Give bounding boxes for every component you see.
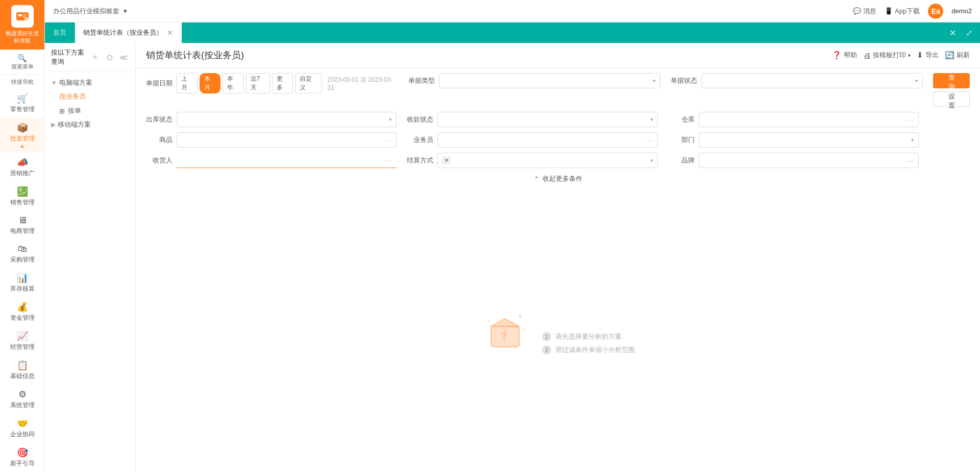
tab-expand-btn[interactable]: ⤢ (962, 26, 976, 40)
sidebar-item-purchase[interactable]: 🛍 采购管理 (0, 240, 44, 268)
this-year-btn[interactable]: 本年 (223, 73, 243, 93)
panel-tree: ▼ 电脑端方案 按业务员 ⊞ 按单 ▶ 移动端方案 (45, 72, 135, 135)
type-control[interactable]: ▾ (439, 73, 660, 88)
ops-icon: 📈 (17, 331, 28, 342)
tab-sales-stat[interactable]: 销货单统计表（按业务员） ✕ (75, 22, 182, 43)
help-icon: ❓ (832, 51, 842, 60)
dept-control[interactable]: ▾ (699, 132, 919, 148)
panel-settings-btn[interactable]: ⊙ (104, 52, 115, 63)
sidebar-item-newbie[interactable]: 🎯 新手引导 (0, 443, 44, 472)
sidebar-item-basic[interactable]: 📋 基础信息 (0, 356, 44, 385)
tree-mobile[interactable]: ▶ 移动端方案 (45, 118, 135, 131)
panel-header: 按以下方案查询 + ⊙ ≪ (45, 43, 135, 72)
brand-control[interactable]: ··· (699, 153, 919, 168)
svg-text:?: ? (501, 331, 507, 341)
last-month-btn[interactable]: 上月 (177, 73, 198, 93)
tree-item-order[interactable]: ⊞ 按单 (59, 104, 135, 118)
user-name[interactable]: demo2 (951, 7, 972, 15)
empty-illustration: ✦ ✦ ? ↑ (481, 309, 532, 355)
sidebar-item-wholesale[interactable]: 📦 批发管理 ▲ (0, 118, 44, 153)
salesperson-label: 业务员 (407, 135, 433, 145)
svg-text:✦: ✦ (518, 313, 523, 320)
settings-button[interactable]: 设置 (933, 91, 970, 107)
date-label: 单据日期 (146, 79, 173, 88)
print-btn[interactable]: 🖨 按模板打印 ▾ (863, 51, 911, 60)
sidebar-item-enterprise[interactable]: 🤝 企业协同 (0, 414, 44, 443)
settlement-control[interactable]: × ▾ (437, 153, 657, 168)
consignee-control[interactable]: ··· (177, 153, 397, 168)
app-download-btn[interactable]: 📱 App下载 (885, 7, 920, 16)
tab-close-icon[interactable]: ✕ (167, 29, 173, 37)
help-btn[interactable]: ❓ 帮助 (832, 51, 857, 60)
right-content: 销货单统计表(按业务员) ❓ 帮助 🖨 按模板打印 ▾ ⬇ (136, 43, 980, 472)
sidebar-item-retail[interactable]: 🛒 零售管理 (0, 89, 44, 118)
app-download-icon: 📱 (885, 7, 893, 15)
topbar-title: 办公用品行业模拟账套 (53, 7, 119, 16)
goods-control[interactable]: ··· (177, 132, 397, 148)
logo-area[interactable]: 畅捷通好生意 标准版 (0, 0, 44, 50)
more-btn[interactable]: 更多 (272, 73, 293, 93)
panel-title: 按以下方案查询 (51, 48, 89, 66)
warehouse-control[interactable]: ··· (699, 112, 919, 127)
consignee-label: 收货人 (146, 156, 173, 165)
salesperson-control[interactable]: ··· (437, 132, 657, 148)
main-area: 办公用品行业模拟账套 ▾ 💬 消息 📱 App下载 Ea demo2 首页 (45, 0, 980, 472)
tree-item-salesperson[interactable]: 按业务员 (59, 89, 135, 104)
out-status-label: 出库状态 (146, 115, 173, 124)
enterprise-icon: 🤝 (17, 418, 28, 429)
refresh-btn[interactable]: 🔄 刷新 (945, 51, 970, 60)
date-range: 2023-03-01 至 2023-03-31 (327, 76, 398, 91)
sidebar-search[interactable]: 🔍 搜索菜单 (0, 50, 44, 75)
left-panel: 按以下方案查询 + ⊙ ≪ ▼ 电脑端方案 (45, 43, 136, 472)
basic-icon: 📋 (17, 360, 28, 371)
system-icon: ⚙ (18, 389, 27, 400)
empty-state: ✦ ✦ ? ↑ 1 请先选择要分析的方案 (481, 309, 635, 355)
pay-arrow-icon: ▾ (650, 116, 653, 123)
topbar-dropdown[interactable]: ▾ (124, 7, 127, 15)
sidebar-item-sales[interactable]: 💹 销售管理 (0, 182, 44, 211)
sidebar-item-ops[interactable]: 📈 经营管理 (0, 326, 44, 356)
type-label: 单据类型 (408, 76, 435, 85)
custom-btn[interactable]: 自定义 (295, 73, 322, 93)
message-btn[interactable]: 💬 消息 (853, 7, 876, 16)
quick-nav[interactable]: 快捷导航 (11, 75, 34, 89)
last7-btn[interactable]: 近7天 (246, 73, 271, 93)
query-button[interactable]: 查询 (933, 73, 970, 88)
sidebar-item-ecommerce[interactable]: 🖥 电商管理 (0, 211, 44, 240)
page-title: 销货单统计表(按业务员) (146, 49, 244, 61)
tab-home[interactable]: 首页 (45, 22, 75, 43)
close-all-icon: ✕ (949, 28, 956, 38)
status-control[interactable]: ▾ (701, 73, 923, 88)
empty-hint-2: 2 用过滤条件来缩小分析范围 (542, 345, 635, 355)
out-arrow-icon: ▾ (389, 116, 392, 123)
tree-desktop[interactable]: ▼ 电脑端方案 (45, 76, 135, 89)
export-btn[interactable]: ⬇ 导出 (917, 51, 939, 60)
svg-rect-3 (23, 16, 26, 17)
this-month-btn[interactable]: 本月 (200, 73, 220, 93)
tab-close-all-btn[interactable]: ✕ (945, 26, 960, 40)
sales-icon: 💹 (17, 186, 28, 197)
sidebar-item-marketing[interactable]: 📣 营销推广 (0, 153, 44, 182)
marketing-icon: 📣 (17, 157, 28, 168)
content: 按以下方案查询 + ⊙ ≪ ▼ 电脑端方案 (45, 43, 980, 472)
finance-icon: 💰 (17, 301, 28, 313)
print-dropdown-icon: ▾ (908, 53, 911, 58)
sidebar-item-stock[interactable]: 📊 库存核算 (0, 268, 44, 297)
svg-text:↑: ↑ (523, 325, 526, 333)
panel-collapse-btn[interactable]: ≪ (118, 52, 129, 63)
tree-mobile-expand-icon: ▶ (51, 121, 56, 128)
out-status-control[interactable]: ▾ (177, 112, 397, 127)
settlement-tag[interactable]: × (442, 156, 451, 164)
collapse-btn[interactable]: ⌃ 收起更多条件 (146, 172, 970, 184)
pay-status-control[interactable]: ▾ (437, 112, 657, 127)
settlement-arrow-icon: ▾ (650, 157, 653, 164)
sidebar-item-system[interactable]: ⚙ 系统管理 (0, 385, 44, 414)
newbie-icon: 🎯 (17, 447, 28, 458)
consignee-dots: ··· (385, 156, 393, 164)
hint1-num: 1 (542, 332, 551, 341)
panel-add-btn[interactable]: + (89, 52, 101, 63)
sidebar-item-finance[interactable]: 💰 资金管理 (0, 297, 44, 326)
page-title-row: 销货单统计表(按业务员) ❓ 帮助 🖨 按模板打印 ▾ ⬇ (146, 49, 970, 61)
page-header: 销货单统计表(按业务员) ❓ 帮助 🖨 按模板打印 ▾ ⬇ (136, 43, 980, 68)
avatar[interactable]: Ea (928, 4, 943, 19)
